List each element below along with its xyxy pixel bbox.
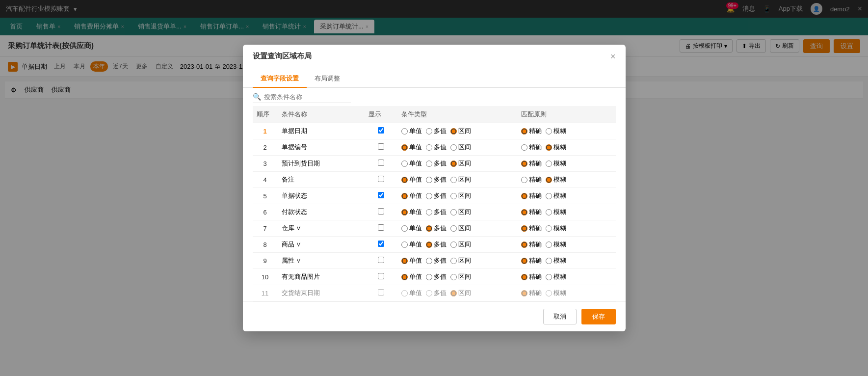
row-type: 单值多值区间 — [397, 220, 517, 237]
radio-type-单值[interactable]: 单值 — [401, 143, 422, 152]
row-order: 10 — [253, 269, 278, 285]
radio-type-多值[interactable]: 多值 — [426, 127, 447, 135]
display-checkbox[interactable] — [378, 241, 384, 247]
row-type: 单值多值区间 — [397, 285, 517, 301]
th-display: 显示 — [365, 106, 397, 123]
display-checkbox[interactable] — [378, 273, 384, 279]
radio-type-区间[interactable]: 区间 — [450, 208, 471, 216]
radio-match-模糊[interactable]: 模糊 — [546, 289, 566, 297]
row-display[interactable] — [365, 220, 397, 237]
radio-type-区间[interactable]: 区间 — [450, 240, 471, 249]
cancel-button[interactable]: 取消 — [543, 309, 577, 324]
radio-type-区间[interactable]: 区间 — [450, 256, 471, 265]
radio-type-多值[interactable]: 多值 — [426, 224, 447, 233]
radio-match-精确[interactable]: 精确 — [521, 159, 542, 168]
save-button[interactable]: 保存 — [581, 309, 616, 324]
row-type: 单值多值区间 — [397, 123, 517, 139]
radio-match-模糊[interactable]: 模糊 — [546, 191, 566, 200]
radio-match-精确[interactable]: 精确 — [521, 127, 542, 135]
table-header-row: 顺序 条件名称 显示 条件类型 匹配原则 — [253, 106, 616, 123]
radio-match-精确[interactable]: 精确 — [521, 143, 542, 152]
row-display[interactable] — [365, 204, 397, 220]
radio-type-单值[interactable]: 单值 — [401, 208, 422, 216]
radio-match-模糊[interactable]: 模糊 — [546, 272, 566, 281]
radio-match-精确[interactable]: 精确 — [521, 191, 542, 200]
radio-match-模糊[interactable]: 模糊 — [546, 240, 566, 249]
radio-match-模糊[interactable]: 模糊 — [546, 143, 566, 152]
radio-match-精确[interactable]: 精确 — [521, 175, 542, 184]
radio-match-精确[interactable]: 精确 — [521, 272, 542, 281]
row-type: 单值多值区间 — [397, 204, 517, 220]
radio-type-多值[interactable]: 多值 — [426, 175, 447, 184]
display-checkbox[interactable] — [378, 224, 384, 231]
radio-type-多值[interactable]: 多值 — [426, 240, 447, 249]
radio-match-模糊[interactable]: 模糊 — [546, 224, 566, 233]
radio-match-精确[interactable]: 精确 — [521, 208, 542, 216]
row-display[interactable] — [365, 123, 397, 139]
row-display[interactable] — [365, 156, 397, 172]
table-row: 10有无商品图片单值多值区间精确模糊 — [253, 269, 616, 285]
radio-type-区间[interactable]: 区间 — [450, 191, 471, 200]
radio-type-区间[interactable]: 区间 — [450, 159, 471, 168]
radio-type-多值[interactable]: 多值 — [426, 143, 447, 152]
search-icon: 🔍 — [253, 93, 261, 101]
radio-type-多值[interactable]: 多值 — [426, 208, 447, 216]
display-checkbox[interactable] — [378, 289, 384, 295]
radio-type-单值[interactable]: 单值 — [401, 175, 422, 184]
radio-match-模糊[interactable]: 模糊 — [546, 256, 566, 265]
display-checkbox[interactable] — [378, 143, 384, 150]
radio-type-区间[interactable]: 区间 — [450, 143, 471, 152]
display-checkbox[interactable] — [378, 176, 384, 182]
radio-type-多值[interactable]: 多值 — [426, 256, 447, 265]
radio-type-区间[interactable]: 区间 — [450, 127, 471, 135]
radio-match-精确[interactable]: 精确 — [521, 224, 542, 233]
row-display[interactable] — [365, 253, 397, 269]
th-name: 条件名称 — [278, 106, 365, 123]
display-checkbox[interactable] — [378, 127, 384, 134]
radio-type-多值[interactable]: 多值 — [426, 289, 447, 297]
radio-type-单值[interactable]: 单值 — [401, 256, 422, 265]
row-display[interactable] — [365, 285, 397, 301]
radio-type-单值[interactable]: 单值 — [401, 159, 422, 168]
row-display[interactable] — [365, 139, 397, 156]
display-checkbox[interactable] — [378, 208, 384, 215]
search-input[interactable] — [264, 93, 342, 101]
radio-type-单值[interactable]: 单值 — [401, 127, 422, 135]
radio-type-区间[interactable]: 区间 — [450, 175, 471, 184]
row-display[interactable] — [365, 188, 397, 204]
row-display[interactable] — [365, 172, 397, 188]
row-match: 精确模糊 — [517, 269, 615, 285]
row-display[interactable] — [365, 237, 397, 253]
radio-type-单值[interactable]: 单值 — [401, 272, 422, 281]
row-display[interactable] — [365, 269, 397, 285]
radio-match-精确[interactable]: 精确 — [521, 240, 542, 249]
row-name: 商品 ∨ — [278, 237, 365, 253]
modal-tab-layout[interactable]: 布局调整 — [307, 71, 348, 88]
radio-type-区间[interactable]: 区间 — [450, 272, 471, 281]
display-checkbox[interactable] — [378, 192, 384, 198]
display-checkbox[interactable] — [378, 257, 384, 263]
radio-match-模糊[interactable]: 模糊 — [546, 159, 566, 168]
table-row: 3预计到货日期单值多值区间精确模糊 — [253, 156, 616, 172]
radio-type-区间[interactable]: 区间 — [450, 224, 471, 233]
radio-match-模糊[interactable]: 模糊 — [546, 175, 566, 184]
radio-match-模糊[interactable]: 模糊 — [546, 208, 566, 216]
radio-type-单值[interactable]: 单值 — [401, 240, 422, 249]
radio-type-多值[interactable]: 多值 — [426, 272, 447, 281]
radio-match-精确[interactable]: 精确 — [521, 256, 542, 265]
radio-match-精确[interactable]: 精确 — [521, 289, 542, 297]
modal-tab-query[interactable]: 查询字段设置 — [253, 71, 307, 88]
row-match: 精确模糊 — [517, 156, 615, 172]
modal-close-button[interactable]: × — [610, 52, 616, 61]
radio-type-单值[interactable]: 单值 — [401, 289, 422, 297]
radio-type-单值[interactable]: 单值 — [401, 224, 422, 233]
search-box: 🔍 — [253, 93, 351, 103]
radio-match-模糊[interactable]: 模糊 — [546, 127, 566, 135]
radio-type-多值[interactable]: 多值 — [426, 191, 447, 200]
display-checkbox[interactable] — [378, 160, 384, 166]
row-order: 5 — [253, 188, 278, 204]
radio-type-单值[interactable]: 单值 — [401, 191, 422, 200]
radio-type-区间[interactable]: 区间 — [450, 289, 471, 297]
radio-type-多值[interactable]: 多值 — [426, 159, 447, 168]
row-order: 3 — [253, 156, 278, 172]
